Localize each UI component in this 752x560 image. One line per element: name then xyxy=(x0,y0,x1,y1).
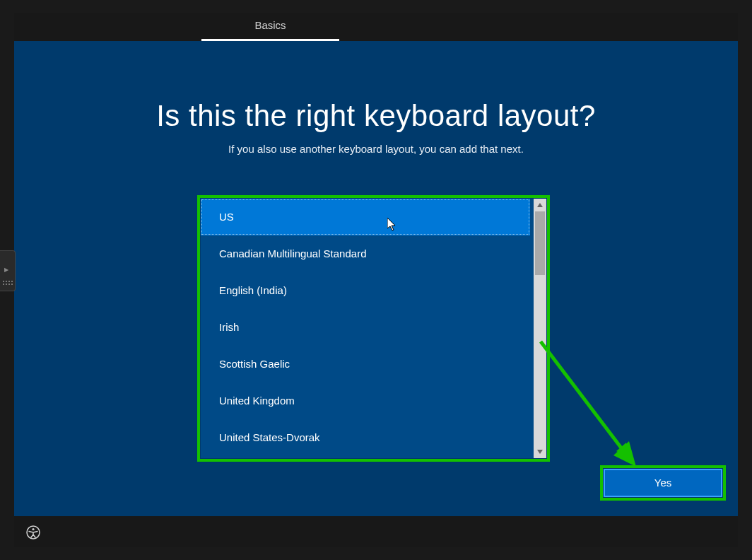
scroll-up-icon[interactable] xyxy=(534,199,546,211)
list-item[interactable]: US xyxy=(201,199,530,235)
accessibility-icon[interactable] xyxy=(25,525,41,540)
scroll-down-icon[interactable] xyxy=(534,445,546,458)
keyboard-layout-listbox[interactable]: US Canadian Multilingual Standard Englis… xyxy=(201,199,546,458)
svg-point-4 xyxy=(32,528,34,530)
screen-root: Basics Is this the right keyboard layout… xyxy=(0,0,752,560)
side-panel-handle[interactable]: ▶ xyxy=(0,250,16,291)
tab-basics[interactable]: Basics xyxy=(201,13,339,41)
svg-marker-1 xyxy=(616,443,629,458)
yes-button[interactable]: Yes xyxy=(604,469,722,497)
scrollbar[interactable] xyxy=(534,199,546,458)
list-item[interactable]: English (India) xyxy=(201,272,530,309)
svg-line-0 xyxy=(541,342,629,458)
list-item[interactable]: United Kingdom xyxy=(201,383,530,419)
list-item[interactable]: Canadian Multilingual Standard xyxy=(201,235,530,272)
setup-content: Is this the right keyboard layout? If yo… xyxy=(14,41,738,516)
grip-dots-icon xyxy=(3,281,13,288)
list-item[interactable]: Irish xyxy=(201,309,530,346)
bottom-bar xyxy=(14,516,738,547)
page-title: Is this the right keyboard layout? xyxy=(14,99,738,133)
chevron-right-icon: ▶ xyxy=(4,267,8,273)
page-subtitle: If you also use another keyboard layout,… xyxy=(14,143,738,155)
top-bar: Basics xyxy=(14,13,738,41)
svg-marker-2 xyxy=(613,441,636,467)
list-item[interactable]: Scottish Gaelic xyxy=(201,346,530,383)
scrollbar-thumb[interactable] xyxy=(535,211,545,275)
list-item[interactable]: United States-Dvorak xyxy=(201,419,530,456)
annotation-arrow xyxy=(537,338,650,479)
